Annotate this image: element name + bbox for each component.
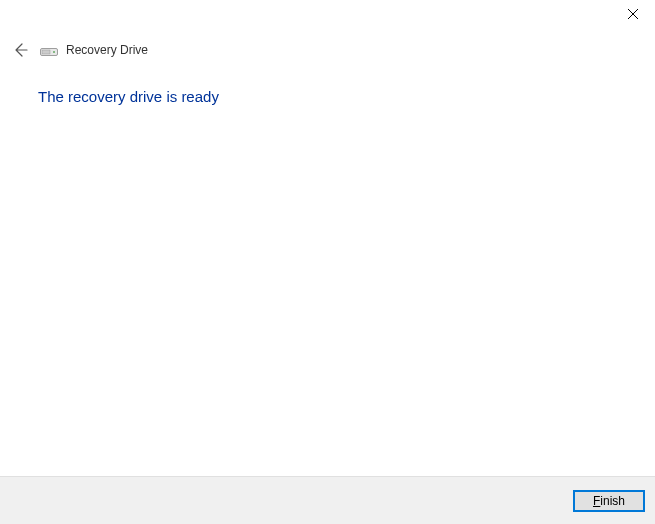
button-bar: Finish — [0, 476, 655, 524]
recovery-drive-icon — [40, 44, 58, 56]
page-heading: The recovery drive is ready — [38, 88, 219, 105]
svg-rect-3 — [42, 50, 50, 54]
finish-button[interactable]: Finish — [573, 490, 645, 512]
window-title: Recovery Drive — [66, 43, 148, 57]
svg-point-4 — [53, 51, 55, 53]
back-button[interactable] — [10, 40, 30, 60]
header-row: Recovery Drive — [10, 40, 148, 60]
finish-label-rest: inish — [600, 494, 625, 508]
close-icon — [627, 8, 639, 20]
close-button[interactable] — [621, 2, 645, 26]
back-arrow-icon — [12, 42, 28, 58]
